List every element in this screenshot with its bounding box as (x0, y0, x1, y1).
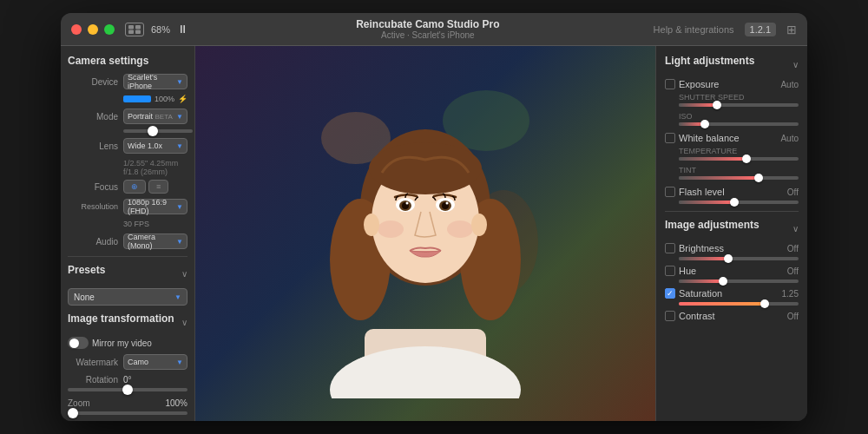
presets-dropdown-arrow: ▼ (174, 293, 181, 301)
focus-crosshair-icon: ⊕ (131, 182, 138, 191)
image-transform-collapse-icon[interactable]: ∨ (181, 318, 187, 327)
iso-thumb[interactable] (700, 120, 709, 128)
mode-slider-track (123, 129, 193, 133)
svg-point-21 (406, 202, 409, 205)
zoom-slider[interactable] (68, 411, 187, 415)
tint-fill (679, 176, 757, 180)
shutter-speed-thumb[interactable] (713, 101, 721, 109)
left-panel: Camera settings Device Scarlet's iPhone … (61, 46, 195, 421)
mirror-label: Mirror my video (92, 339, 152, 348)
mode-slider[interactable] (123, 129, 187, 133)
light-collapse-icon[interactable]: ∨ (792, 60, 799, 69)
svg-point-22 (446, 202, 449, 205)
audio-label: Audio (68, 237, 118, 247)
presets-header: Presets ∨ (68, 264, 187, 283)
close-button[interactable] (71, 24, 82, 35)
white-balance-row: White balance Auto (665, 133, 799, 143)
saturation-slider[interactable] (679, 302, 799, 306)
battery-bar (123, 95, 151, 102)
mode-dropdown-arrow: ▼ (176, 113, 183, 121)
maximize-button[interactable] (104, 24, 115, 35)
mode-beta: BETA (155, 113, 173, 121)
hue-label: Hue (679, 266, 769, 276)
saturation-fill (679, 302, 763, 306)
svg-rect-3 (135, 30, 141, 34)
mirror-row: Mirror my video (68, 337, 187, 349)
flash-checkbox[interactable] (665, 187, 675, 197)
mirror-toggle-knob (69, 339, 79, 348)
zoom-slider-thumb[interactable] (68, 408, 78, 418)
app-subtitle: Active · Scarlet's iPhone (381, 30, 475, 40)
main-content: Camera settings Device Scarlet's iPhone … (61, 46, 807, 421)
brightness-checkbox[interactable] (665, 243, 675, 253)
tint-thumb[interactable] (754, 174, 763, 182)
window-icon (125, 23, 144, 36)
iso-slider[interactable] (679, 122, 799, 126)
saturation-check-mark: ✓ (667, 290, 674, 298)
resolution-label: Resolution (68, 202, 118, 211)
hue-checkbox[interactable] (665, 266, 675, 276)
tint-slider[interactable] (679, 176, 799, 180)
help-link[interactable]: Help & integrations (654, 24, 734, 35)
light-adjustments-title: Light adjustments (665, 55, 754, 67)
camera-settings-title: Camera settings (68, 55, 187, 67)
minimize-button[interactable] (88, 24, 98, 35)
brightness-fill (679, 257, 727, 260)
mode-dropdown[interactable]: Portrait BETA ▼ (123, 108, 187, 124)
expand-icon[interactable]: ⊞ (786, 23, 797, 36)
white-balance-checkbox[interactable] (665, 133, 675, 143)
audio-dropdown[interactable]: Camera (Mono) ▼ (123, 233, 187, 249)
resolution-dropdown[interactable]: 1080p 16:9 (FHD) ▼ (123, 199, 187, 214)
brightness-thumb[interactable] (724, 254, 733, 263)
flash-slider[interactable] (679, 201, 799, 204)
contrast-checkbox[interactable] (665, 311, 675, 321)
temperature-slider[interactable] (679, 157, 799, 161)
lens-row: Lens Wide 1.0x ▼ (68, 138, 187, 154)
light-adjustments-header: Light adjustments ∨ (665, 55, 799, 74)
device-dropdown[interactable]: Scarlet's iPhone ▼ (123, 74, 187, 89)
charge-icon: ⚡ (178, 95, 187, 103)
temperature-fill (679, 157, 745, 161)
zoom-row: Zoom 100% (68, 398, 187, 408)
saturation-checkbox[interactable]: ✓ (665, 288, 675, 299)
temperature-thumb[interactable] (742, 155, 751, 163)
battery-pct: 100% (155, 95, 174, 103)
image-adj-collapse-icon[interactable]: ∨ (792, 224, 799, 233)
rotation-slider[interactable] (68, 388, 187, 391)
presets-collapse-icon[interactable]: ∨ (181, 269, 187, 279)
focus-row: Focus ⊕ ≡ (68, 180, 187, 194)
device-row: Device Scarlet's iPhone ▼ (68, 74, 187, 89)
presets-dropdown[interactable]: None ▼ (68, 288, 187, 306)
shutter-speed-slider[interactable] (679, 103, 799, 107)
lens-dropdown[interactable]: Wide 1.0x ▼ (123, 138, 187, 154)
contrast-label: Contrast (679, 311, 769, 321)
brightness-slider[interactable] (679, 257, 799, 260)
flash-thumb[interactable] (730, 198, 739, 207)
shutter-speed-label: SHUTTER SPEED (679, 93, 799, 102)
saturation-thumb[interactable] (760, 299, 769, 308)
focus-manual-button[interactable]: ≡ (148, 180, 168, 194)
iso-label: ISO (679, 112, 799, 121)
mirror-toggle[interactable] (68, 337, 89, 349)
presets-title: Presets (68, 264, 105, 276)
title-right: Help & integrations 1.2.1 ⊞ (654, 23, 797, 36)
traffic-lights (71, 24, 115, 35)
focus-auto-button[interactable]: ⊕ (123, 180, 146, 194)
presets-section: Presets ∨ None ▼ (68, 256, 187, 306)
brightness-value: Off (773, 244, 799, 253)
rotation-slider-thumb[interactable] (122, 385, 133, 395)
exposure-checkbox[interactable] (665, 79, 675, 89)
contrast-row: Contrast Off (665, 311, 799, 321)
resolution-value: 1080p 16:9 (FHD) (128, 198, 176, 215)
mode-slider-thumb[interactable] (148, 126, 158, 136)
audio-row: Audio Camera (Mono) ▼ (68, 233, 187, 249)
watermark-dropdown[interactable]: Camo ▼ (123, 354, 187, 370)
white-balance-value: Auto (773, 134, 799, 143)
image-adjustments-header: Image adjustments ∨ (665, 219, 799, 238)
mode-label: Mode (68, 112, 118, 122)
hue-thumb[interactable] (719, 277, 727, 286)
hue-slider[interactable] (679, 279, 799, 283)
pause-button[interactable]: ⏸ (177, 23, 188, 36)
flash-label: Flash level (679, 187, 769, 197)
right-divider (665, 211, 799, 212)
